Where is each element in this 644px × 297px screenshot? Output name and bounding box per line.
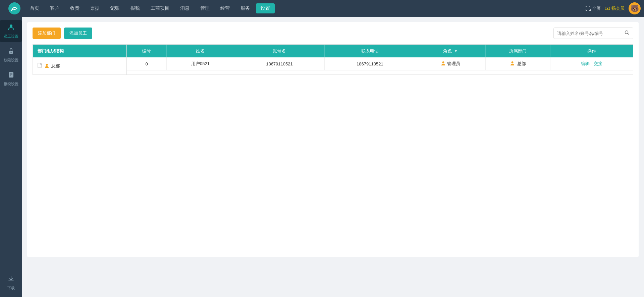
col-action: 操作 bbox=[550, 45, 633, 57]
nav-service[interactable]: 服务 bbox=[236, 3, 255, 13]
logo-icon bbox=[8, 2, 20, 14]
avatar[interactable]: 🐻 bbox=[629, 2, 641, 14]
cell-id: 0 bbox=[127, 57, 167, 70]
table-panel: 编号 姓名 账号名 联系电话 角色 ▼ 所属部门 操作 bbox=[126, 44, 633, 75]
main-content: 添加部门 添加员工 部门组织结构 bbox=[22, 17, 644, 297]
col-role[interactable]: 角色 ▼ bbox=[415, 45, 486, 57]
sidebar: 员工设置 权限设置 报税设置 下 bbox=[0, 17, 22, 297]
svg-point-16 bbox=[512, 61, 514, 63]
employee-svg bbox=[7, 23, 15, 31]
cell-role: 管理员 bbox=[415, 57, 486, 70]
search-input[interactable] bbox=[554, 29, 621, 38]
toolbar: 添加部门 添加员工 bbox=[33, 28, 633, 39]
nav-message[interactable]: 消息 bbox=[175, 3, 194, 13]
svg-point-0 bbox=[8, 2, 20, 14]
two-col-layout: 部门组织结构 bbox=[33, 44, 633, 75]
fullscreen-button[interactable]: 全屏 bbox=[585, 5, 601, 11]
sidebar-download-label: 下载 bbox=[7, 286, 15, 290]
dept-icon-svg bbox=[510, 61, 515, 66]
svg-point-15 bbox=[442, 61, 444, 63]
sidebar-item-download[interactable]: 下载 bbox=[0, 272, 22, 294]
file-icon bbox=[38, 63, 42, 69]
nav-manage[interactable]: 管理 bbox=[196, 3, 214, 13]
svg-line-12 bbox=[628, 34, 629, 35]
employee-icon bbox=[7, 23, 15, 33]
sidebar-item-employee[interactable]: 员工设置 bbox=[0, 20, 22, 42]
top-nav: 首页 客户 收费 票据 记账 报税 工商项目 消息 管理 经营 服务 设置 全屏… bbox=[0, 0, 644, 17]
svg-point-4 bbox=[10, 24, 12, 27]
avatar-emoji: 🐻 bbox=[631, 4, 639, 12]
nav-bill[interactable]: 票据 bbox=[86, 3, 104, 13]
col-role-label: 角色 bbox=[443, 48, 452, 53]
lock-svg bbox=[7, 47, 15, 55]
nav-items: 首页 客户 收费 票据 记账 报税 工商项目 消息 管理 经营 服务 设置 bbox=[25, 3, 585, 13]
add-dept-button[interactable]: 添加部门 bbox=[33, 28, 61, 39]
role-user-icon bbox=[441, 61, 446, 67]
cell-phone: 18679110521 bbox=[325, 57, 415, 70]
cell-actions: 编辑 交接 bbox=[550, 57, 633, 70]
sidebar-employee-label: 员工设置 bbox=[4, 34, 18, 39]
cell-name: 用户0521 bbox=[167, 57, 234, 70]
fullscreen-icon bbox=[585, 6, 591, 11]
tree-panel: 部门组织结构 bbox=[33, 44, 126, 75]
sidebar-taxsettings-label: 报税设置 bbox=[4, 82, 18, 86]
transfer-link[interactable]: 交接 bbox=[592, 61, 604, 66]
logo bbox=[3, 2, 25, 14]
add-emp-button[interactable]: 添加员工 bbox=[64, 28, 92, 39]
svg-point-6 bbox=[10, 52, 11, 53]
user-svg bbox=[44, 63, 49, 68]
download-svg bbox=[7, 275, 15, 283]
tree-user-icon bbox=[44, 63, 49, 69]
vip-button[interactable]: ▶ 畅会员 bbox=[605, 5, 625, 11]
svg-point-1 bbox=[12, 9, 13, 10]
vip-icon: ▶ bbox=[605, 6, 610, 11]
table-header-row: 编号 姓名 账号名 联系电话 角色 ▼ 所属部门 操作 bbox=[127, 45, 633, 57]
dept-text: 总部 bbox=[517, 61, 526, 67]
col-id: 编号 bbox=[127, 45, 167, 57]
nav-home[interactable]: 首页 bbox=[25, 3, 44, 13]
role-icon-svg bbox=[441, 61, 446, 66]
tax-settings-svg bbox=[7, 71, 15, 79]
tax-settings-icon bbox=[7, 71, 15, 80]
search-area bbox=[553, 28, 633, 39]
file-svg bbox=[38, 63, 42, 68]
tree-header: 部门组织结构 bbox=[33, 45, 126, 57]
sidebar-item-permission[interactable]: 权限设置 bbox=[0, 44, 22, 66]
tree-node-root[interactable]: 总部 bbox=[38, 61, 122, 71]
top-right: 全屏 ▶ 畅会员 🐻 bbox=[585, 2, 641, 14]
nav-tax[interactable]: 报税 bbox=[126, 3, 145, 13]
tree-body: 总部 bbox=[33, 57, 126, 75]
search-button[interactable] bbox=[621, 28, 633, 39]
sidebar-item-taxsettings[interactable]: 报税设置 bbox=[0, 68, 22, 90]
svg-point-14 bbox=[46, 64, 48, 66]
nav-operation[interactable]: 经营 bbox=[216, 3, 234, 13]
col-dept: 所属部门 bbox=[486, 45, 550, 57]
col-name: 姓名 bbox=[167, 45, 234, 57]
edit-link[interactable]: 编辑 bbox=[580, 61, 591, 66]
role-text: 管理员 bbox=[447, 61, 460, 67]
employee-table: 编号 姓名 账号名 联系电话 角色 ▼ 所属部门 操作 bbox=[127, 45, 633, 70]
nav-business[interactable]: 工商项目 bbox=[146, 3, 174, 13]
col-phone: 联系电话 bbox=[325, 45, 415, 57]
fullscreen-label: 全屏 bbox=[592, 5, 601, 11]
vip-label: 畅会员 bbox=[611, 5, 625, 11]
svg-text:▶: ▶ bbox=[607, 8, 608, 10]
nav-fee[interactable]: 收费 bbox=[65, 3, 84, 13]
role-filter-icon[interactable]: ▼ bbox=[454, 49, 458, 53]
download-icon bbox=[7, 275, 15, 284]
nav-settings[interactable]: 设置 bbox=[256, 3, 275, 13]
content-area: 添加部门 添加员工 部门组织结构 bbox=[27, 22, 639, 257]
cell-account: 18679110521 bbox=[234, 57, 325, 70]
lock-icon bbox=[7, 47, 15, 56]
cell-dept: 总部 bbox=[486, 57, 550, 70]
sidebar-permission-label: 权限设置 bbox=[4, 58, 18, 62]
search-icon bbox=[624, 30, 630, 35]
nav-customer[interactable]: 客户 bbox=[45, 3, 64, 13]
table-row: 0 用户0521 18679110521 18679110521 bbox=[127, 57, 633, 70]
tree-node-label: 总部 bbox=[51, 63, 60, 69]
nav-accounting[interactable]: 记账 bbox=[106, 3, 124, 13]
dept-user-icon bbox=[510, 61, 515, 67]
col-account: 账号名 bbox=[234, 45, 325, 57]
